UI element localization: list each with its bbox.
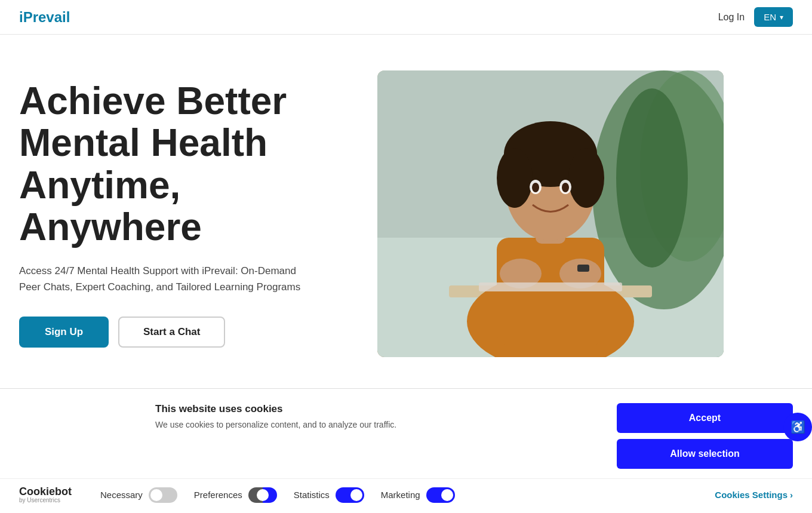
hero-content: Achieve Better Mental Health Anytime, An…	[19, 80, 353, 348]
header-right: Log In EN ▾	[718, 7, 793, 27]
svg-point-4	[616, 88, 688, 268]
svg-point-11	[497, 148, 533, 208]
logo-text: iPrevail	[19, 9, 70, 26]
header: iPrevail Log In EN ▾	[0, 0, 812, 35]
svg-point-16	[562, 183, 569, 192]
language-button[interactable]: EN ▾	[754, 7, 793, 27]
signup-button[interactable]: Sign Up	[19, 317, 109, 348]
cookie-banner: This website uses cookies We use cookies…	[0, 388, 812, 393]
hero-title: Achieve Better Mental Health Anytime, An…	[19, 80, 353, 248]
svg-rect-20	[479, 282, 622, 291]
lang-label: EN	[764, 12, 776, 22]
svg-rect-19	[577, 265, 589, 272]
hero-section: Achieve Better Mental Health Anytime, An…	[0, 35, 812, 393]
logo[interactable]: iPrevail	[19, 9, 70, 26]
hero-buttons: Sign Up Start a Chat	[19, 317, 353, 348]
start-chat-button[interactable]: Start a Chat	[118, 317, 225, 348]
chevron-down-icon: ▾	[780, 13, 783, 21]
cookie-top: This website uses cookies We use cookies…	[0, 389, 812, 393]
hero-image	[377, 70, 724, 357]
hero-photo	[377, 70, 724, 357]
svg-point-15	[532, 183, 539, 192]
login-link[interactable]: Log In	[718, 12, 745, 23]
hero-subtitle: Access 24/7 Mental Health Support with i…	[19, 263, 306, 295]
svg-point-12	[568, 148, 604, 208]
